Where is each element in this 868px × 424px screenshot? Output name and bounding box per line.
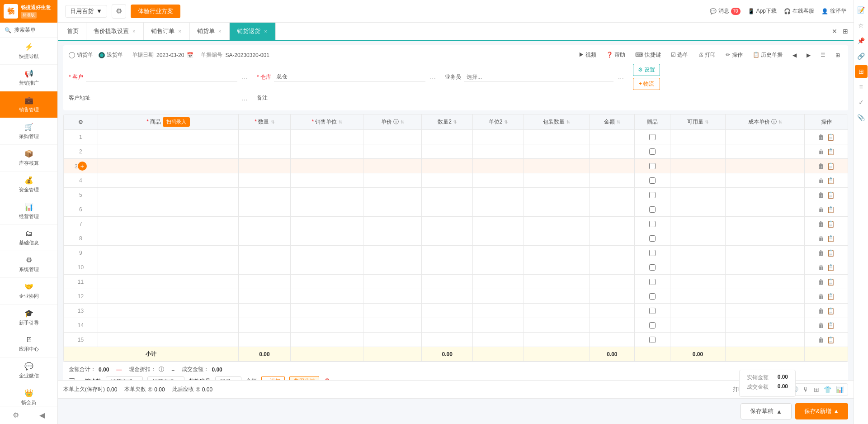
cost-sort-icon[interactable]: ⇅ [778, 119, 782, 124]
unit-cell-3[interactable] [291, 159, 363, 173]
product-input-5[interactable] [101, 192, 236, 198]
available-cell-11[interactable] [670, 275, 726, 289]
unit2-cell-12[interactable] [473, 289, 524, 304]
product-cell[interactable] [98, 217, 238, 231]
cost-cell-4[interactable] [726, 173, 805, 188]
unit2-cell-9[interactable] [473, 246, 524, 260]
product-cell[interactable] [98, 144, 238, 159]
unit2-sort-icon[interactable]: ⇅ [504, 119, 508, 124]
cost-cell-12[interactable] [726, 289, 805, 304]
copy-btn-10[interactable]: 📋 [827, 264, 835, 271]
list-icon[interactable]: ≡ [855, 81, 868, 93]
price-cell-5[interactable] [363, 188, 422, 202]
cost-cell-13[interactable] [726, 304, 805, 318]
product-input-7[interactable] [101, 221, 236, 227]
price-cell-10[interactable] [363, 260, 422, 275]
warehouse-dots-btn[interactable]: ... [428, 73, 438, 81]
search-menu[interactable]: 🔍 搜索菜单 [0, 23, 57, 38]
packqty-cell-7[interactable] [524, 217, 590, 231]
amount-cell-10[interactable] [590, 260, 635, 275]
qty-cell-7[interactable] [238, 217, 290, 231]
col-settings[interactable]: ⚙ [64, 114, 98, 130]
packqty-cell-4[interactable] [524, 173, 590, 188]
product-input-2[interactable] [101, 148, 236, 155]
tab-salesShip[interactable]: 销货单× [190, 23, 230, 40]
price-cell-13[interactable] [363, 304, 422, 318]
help-btn[interactable]: ❓ 帮助 [604, 50, 628, 60]
product-cell[interactable] [98, 173, 238, 188]
gift-checkbox-9[interactable] [649, 250, 656, 256]
cost-cell-10[interactable] [726, 260, 805, 275]
gift-cell-7[interactable] [635, 217, 670, 231]
unit2-cell-6[interactable] [473, 202, 524, 217]
packqty-sort-icon[interactable]: ⇅ [566, 119, 570, 124]
unit-cell-13[interactable] [291, 304, 363, 318]
amount-cell-7[interactable] [590, 217, 635, 231]
available-cell-15[interactable] [670, 333, 726, 347]
calendar-icon[interactable]: 📅 [187, 52, 193, 58]
customer-service-button[interactable]: 🎧 在线客服 [784, 7, 814, 15]
delete-btn-7[interactable]: 🗑 [818, 220, 824, 228]
sidebar-item-operation[interactable]: 📊经营管理 [0, 198, 57, 225]
tab-close-salesOrder[interactable]: × [177, 28, 182, 34]
available-cell-2[interactable] [670, 144, 726, 159]
available-cell-6[interactable] [670, 202, 726, 217]
settings-action-btn[interactable]: ⚙ 设置 [633, 64, 660, 76]
staff-dots-btn[interactable]: ... [616, 73, 626, 81]
product-input-15[interactable] [101, 337, 236, 343]
unit-cell-10[interactable] [291, 260, 363, 275]
select-btn[interactable]: ☑ 选单 [668, 50, 691, 60]
cost-cell-7[interactable] [726, 217, 805, 231]
sidebar-item-shortcut[interactable]: ⚡快捷导航 [0, 38, 57, 65]
unit-cell-4[interactable] [291, 173, 363, 188]
expand-tab-icon[interactable]: ⊞ [841, 26, 850, 37]
unit-cell-6[interactable] [291, 202, 363, 217]
unit-cell-2[interactable] [291, 144, 363, 159]
available-cell-8[interactable] [670, 231, 726, 246]
fee-split-btn[interactable]: 费用分摊 [289, 376, 319, 380]
amount-cell-11[interactable] [590, 275, 635, 289]
qty-cell-5[interactable] [238, 188, 290, 202]
qty-cell-11[interactable] [238, 275, 290, 289]
unit2-cell-15[interactable] [473, 333, 524, 347]
unit-cell-11[interactable] [291, 275, 363, 289]
unit2-cell-14[interactable] [473, 318, 524, 333]
gift-cell-15[interactable] [635, 333, 670, 347]
amount-cell-9[interactable] [590, 246, 635, 260]
unit-cell-12[interactable] [291, 289, 363, 304]
toolbar-icon-7[interactable]: 📊 [835, 385, 845, 394]
copy-btn-4[interactable]: 📋 [827, 177, 835, 184]
add-row-btn[interactable]: + [78, 162, 87, 171]
price-cell-8[interactable] [363, 231, 422, 246]
pin-icon[interactable]: 📌 [855, 34, 868, 47]
gift-checkbox-14[interactable] [649, 322, 656, 329]
qty2-cell-12[interactable] [422, 289, 473, 304]
amount-cell-14[interactable] [590, 318, 635, 333]
history-btn[interactable]: 📋 历史单据 [750, 50, 785, 60]
gift-cell-6[interactable] [635, 202, 670, 217]
available-cell-10[interactable] [670, 260, 726, 275]
available-cell-5[interactable] [670, 188, 726, 202]
copy-btn-9[interactable]: 📋 [827, 249, 835, 257]
radio-return[interactable]: 退货单 [99, 51, 123, 59]
copy-btn-3[interactable]: 📋 [827, 162, 835, 170]
gift-checkbox-4[interactable] [649, 177, 656, 184]
amount-cell-6[interactable] [590, 202, 635, 217]
gift-checkbox-3[interactable] [649, 163, 656, 169]
shortcut-btn[interactable]: ⌨ 快捷键 [632, 50, 663, 60]
qty2-cell-13[interactable] [422, 304, 473, 318]
available-cell-13[interactable] [670, 304, 726, 318]
cost-cell-1[interactable] [726, 130, 805, 144]
delete-btn-12[interactable]: 🗑 [818, 293, 824, 300]
delete-btn-6[interactable]: 🗑 [818, 206, 824, 213]
industry-dropdown[interactable]: 日用百货 ▼ [65, 5, 107, 18]
qty2-cell-5[interactable] [422, 188, 473, 202]
packqty-cell-13[interactable] [524, 304, 590, 318]
unit2-cell-8[interactable] [473, 231, 524, 246]
product-input-3[interactable] [101, 163, 236, 169]
product-input-13[interactable] [101, 308, 236, 314]
delete-btn-9[interactable]: 🗑 [818, 249, 824, 257]
qty-cell-12[interactable] [238, 289, 290, 304]
product-cell[interactable] [98, 289, 238, 304]
scan-btn[interactable]: 扫码录入 [163, 117, 190, 127]
